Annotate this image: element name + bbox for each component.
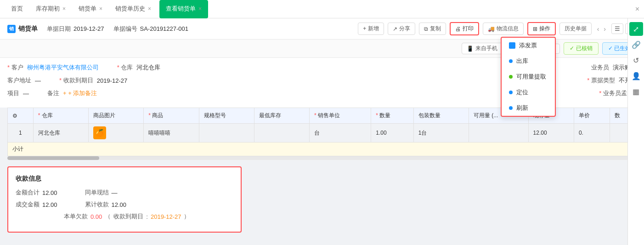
- add-invoice-item[interactable]: 添发票: [502, 38, 555, 53]
- row-package-qty: 1台: [413, 124, 469, 142]
- due-date-value: 2019-12-27: [97, 77, 128, 84]
- operation-button[interactable]: ⊞ 操作: [527, 22, 556, 35]
- document-title: 销 销货单: [7, 25, 38, 33]
- col-unit-price: 单价: [574, 108, 610, 124]
- cumulative-received-value: 12.00: [112, 201, 127, 208]
- cumulative-received-label: 累计收款: [85, 200, 109, 209]
- available-qty-item[interactable]: 可用量提取: [502, 69, 555, 85]
- operation-wrapper: ⊞ 操作 添发票 出库 可用量提取: [527, 22, 556, 35]
- mobile-icon: 📱: [467, 46, 474, 52]
- same-order-value: —: [112, 189, 118, 196]
- warehouse-field: 仓库 河北仓库: [117, 63, 161, 72]
- doc-type-icon: 销: [7, 25, 16, 33]
- due-date-field: 收款到期日 2019-12-27: [59, 76, 127, 85]
- tab-home[interactable]: 首页: [5, 0, 29, 18]
- product-image: 🍊: [93, 126, 106, 139]
- add-invoice-icon: [509, 42, 515, 49]
- current-due-extra: （: [105, 212, 111, 221]
- document-header: 销 销货单 单据日期 2019-12-27 单据编号 SA-20191227-0…: [0, 18, 644, 40]
- tab-bar: 首页 库存期初 × 销货单 × 销货单历史 × 查看销货单 × ×: [0, 0, 644, 18]
- verified-status-btn[interactable]: ✓ 已核销: [564, 42, 598, 55]
- close-view-sales-order[interactable]: ×: [198, 6, 202, 12]
- row-current-stock: 12.00: [528, 124, 574, 142]
- tab-sales-order[interactable]: 销货单 ×: [72, 0, 109, 18]
- tab-inventory-init[interactable]: 库存期初 ×: [29, 0, 72, 18]
- transaction-amount-value: 12.00: [42, 201, 57, 208]
- row-quantity: 1.00: [371, 124, 413, 142]
- share-icon: ↗: [393, 26, 397, 32]
- share-button[interactable]: ↗ 分享: [388, 23, 415, 35]
- address-field: 客户地址 —: [7, 76, 41, 85]
- row-gear[interactable]: 1: [8, 124, 34, 142]
- warehouse-label: 仓库: [117, 63, 133, 72]
- same-order-label: 同单现结: [85, 188, 109, 197]
- history-button[interactable]: 历史单据: [559, 23, 592, 35]
- row-unit-price: 0.: [574, 124, 610, 142]
- close-sales-order-history[interactable]: ×: [148, 6, 151, 12]
- col-quantity: * 数量: [371, 108, 413, 124]
- subtotal-row: 小计: [8, 142, 637, 156]
- mobile-btn[interactable]: 📱 来自手机: [462, 43, 503, 54]
- sales-staff-label: 业务员孟: [599, 89, 627, 97]
- address-label: 客户地址: [7, 76, 31, 85]
- col-product-img: 商品图片: [89, 108, 144, 124]
- copy-button[interactable]: ⧉ 复制: [419, 23, 446, 35]
- remark-label: 备注: [47, 89, 59, 97]
- transaction-amount-label: 成交金额: [16, 200, 40, 209]
- row-warehouse: 河北仓库: [33, 124, 88, 142]
- print-button[interactable]: 🖨 打印: [450, 22, 479, 35]
- due-date-inline-colon: :: [146, 213, 148, 220]
- col-spec: 规格型号: [199, 108, 254, 124]
- tab-sales-order-history[interactable]: 销货单历史 ×: [109, 0, 158, 18]
- refresh-item[interactable]: 刷新: [502, 100, 555, 116]
- col-gear: ⚙: [8, 108, 34, 124]
- horizontal-scrollbar[interactable]: [7, 156, 637, 160]
- customer-label: 客户: [7, 63, 23, 72]
- project-value: —: [23, 90, 29, 97]
- row-spec: [199, 124, 254, 142]
- same-order-settlement: 同单现结 —: [85, 188, 118, 197]
- nav-next[interactable]: ›: [602, 24, 608, 34]
- new-button[interactable]: + 新增: [358, 23, 384, 35]
- grid-sidebar-icon[interactable]: ▦: [629, 85, 643, 98]
- total-amount-value: 12.00: [42, 189, 57, 196]
- tab-close-all[interactable]: ×: [635, 5, 639, 13]
- expand-sidebar-icon[interactable]: ⤢: [629, 22, 643, 36]
- refresh-icon: [509, 106, 513, 110]
- total-amount-label: 金额合计: [16, 188, 40, 197]
- remark-field: 备注 + + 添加备注: [47, 89, 97, 97]
- list-view-btn[interactable]: ☰: [611, 23, 623, 34]
- doc-date: 单据日期 2019-12-27: [47, 25, 104, 33]
- toolbar: + 新增 ↗ 分享 ⧉ 复制 🖨 打印 🚚 物流信息 ⊞ 操作: [358, 22, 637, 35]
- close-sales-order[interactable]: ×: [99, 6, 102, 12]
- total-amount: 金额合计 12.00: [16, 188, 57, 197]
- ticket-type-label: 票据类型: [587, 76, 615, 85]
- available-qty-icon: [509, 75, 513, 79]
- close-inventory-init[interactable]: ×: [62, 6, 66, 12]
- link-sidebar-icon[interactable]: 🔗: [629, 38, 643, 51]
- user-sidebar-icon[interactable]: 👤: [629, 69, 643, 83]
- outbound-item[interactable]: 出库: [502, 53, 555, 69]
- row-product: 嘻嘻嘻嘻: [144, 124, 199, 142]
- tab-view-sales-order[interactable]: 查看销货单 ×: [159, 0, 208, 18]
- customer-value[interactable]: 柳州粤港平安气体有限公司: [27, 63, 99, 72]
- locate-item[interactable]: 定位: [502, 85, 555, 100]
- warehouse-value: 河北仓库: [136, 63, 160, 72]
- truck-icon: 🚚: [488, 26, 495, 32]
- nav-prev[interactable]: ‹: [595, 24, 601, 34]
- current-due-label: 本单欠款: [64, 212, 88, 221]
- remark-add[interactable]: + + 添加备注: [63, 89, 97, 97]
- project-field: 项目 —: [7, 89, 29, 97]
- table-row: 1 河北仓库 🍊 嘻嘻嘻嘻 台 1.00 1台 12.00 0.: [8, 124, 637, 142]
- col-min-stock: 最低库存: [254, 108, 309, 124]
- current-due: 本单欠款 0.00 （ 收款到期日 : 2019-12-27 ）: [64, 212, 190, 221]
- payment-row-1: 金额合计 12.00 同单现结 —: [16, 188, 233, 197]
- scrollbar-thumb: [7, 156, 99, 160]
- logistics-button[interactable]: 🚚 物流信息: [483, 23, 524, 35]
- doc-number: 单据编号 SA-20191227-001: [113, 25, 189, 33]
- row-sales-unit: 台: [310, 124, 371, 142]
- row-product-img: 🍊: [89, 124, 144, 142]
- rotate-sidebar-icon[interactable]: ↺: [629, 53, 643, 67]
- due-date-inline-value: 2019-12-27: [151, 213, 181, 220]
- customer-field: 客户 柳州粤港平安气体有限公司: [7, 63, 99, 72]
